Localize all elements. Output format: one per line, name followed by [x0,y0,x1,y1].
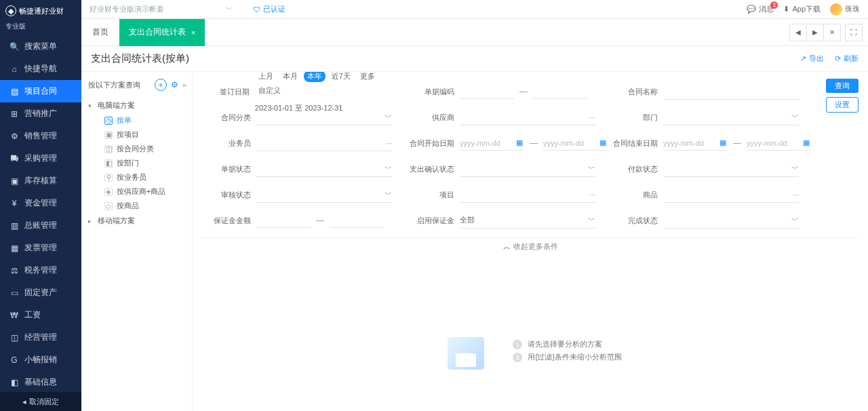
tab-prev-button[interactable]: ◀ [789,24,807,41]
invoice-icon: ▦ [9,243,19,253]
scheme-leaf-6[interactable]: ◇按商品 [88,199,192,213]
page-head: 支出合同统计表(按单) ↗ 导出 ⟳ 刷新 [81,46,868,72]
contract-name-input[interactable] [663,83,799,100]
sidebar-item-15[interactable]: ◧基础信息 [0,371,81,392]
bill-no-from[interactable] [460,84,514,99]
shield-icon: 🛡 [253,5,260,14]
scheme-settings-button[interactable]: ⚙ [171,80,178,90]
sidebar-item-2[interactable]: ▤项目合同 [0,80,81,102]
calendar-icon: ▦ [803,138,810,147]
bill-no-label: 单据编码 [406,87,460,97]
sidebar-item-1[interactable]: ⌂快捷导航 [0,58,81,80]
sidebar-item-11[interactable]: ▭固定资产 [0,281,81,304]
sidebar-item-8[interactable]: ▥总账管理 [0,214,81,237]
salesman-input[interactable]: ··· [256,135,392,151]
scheme-collapse-button[interactable]: « [182,81,186,89]
sidebar-item-7[interactable]: ¥资金管理 [0,192,81,214]
workspace-selector[interactable]: 好业财专业版演示帐套 [90,4,164,14]
ledger-icon: ▥ [9,221,19,231]
bill-no-to[interactable] [533,84,587,99]
calendar-icon: ▦ [599,138,606,147]
message-icon: 💬 [747,5,756,14]
sidebar-item-5[interactable]: ⛟采购管理 [0,147,81,170]
date-opt-2[interactable]: 本年 [304,72,326,82]
leaf-icon: ⚲ [104,174,113,182]
enable-deposit-label: 启用保证金 [406,216,460,226]
caret-right-icon: ▸ [88,218,94,224]
leaf-icon: ◫ [104,145,113,153]
deposit-from[interactable] [256,213,311,228]
brand-name: 畅捷通好业财 [19,6,64,16]
fullscreen-button[interactable]: ⛶ [845,24,863,41]
sidebar-item-4[interactable]: ⚙销售管理 [0,125,81,147]
deposit-to[interactable] [330,213,384,228]
scheme-add-button[interactable]: + [155,79,167,91]
sidebar-item-13[interactable]: ◫经营管理 [0,326,81,349]
leaf-icon: ◇ [104,202,113,210]
enable-deposit-input[interactable]: 全部﹀ [460,212,595,229]
sidebar-item-9[interactable]: ▦发票管理 [0,237,81,259]
audit-state-input[interactable]: ﹀ [256,187,392,203]
dept-input[interactable]: ﹀ [663,109,799,125]
yen-icon: ¥ [9,199,19,208]
supplier-input[interactable]: ··· [460,109,595,125]
date-opt-3[interactable]: 近7天 [328,72,354,82]
audit-state-label: 审核状态 [202,190,256,200]
tab-active[interactable]: 支出合同统计表 × [119,19,205,46]
date-opt-4[interactable]: 更多 [357,72,378,82]
scheme-leaf-1[interactable]: ▣按项目 [88,128,192,142]
step-1: 请先选择要分析的方案 [528,339,602,349]
doc-icon: ▤ [9,87,19,96]
sidebar-item-6[interactable]: ▣库存核算 [0,170,81,192]
tab-close-all-button[interactable]: ✕ [823,24,841,41]
start-date-from[interactable]: yyyy-mm-dd▦ [460,136,524,151]
deposit-label: 保证金金额 [202,216,256,226]
export-icon: ↗ [800,54,806,63]
scheme-leaf-0[interactable]: ◷按单 [88,113,192,128]
export-button[interactable]: ↗ 导出 [800,54,824,64]
brand-sub: 专业版 [0,22,81,35]
scheme-leaf-2[interactable]: ◫按合同分类 [88,142,192,156]
contract-cat-input[interactable]: ﹀ [256,109,392,125]
date-opt-5[interactable]: 自定义 [255,85,284,96]
project-input[interactable]: ··· [460,187,595,203]
scheme-leaf-4[interactable]: ⚲按业务员 [88,170,192,184]
messages-button[interactable]: 💬 消息 1 [747,4,774,14]
sidebar-item-0[interactable]: 🔍搜索菜单 [0,35,81,58]
end-date-to[interactable]: yyyy-mm-dd▦ [747,136,811,151]
date-opt-1[interactable]: 本月 [279,72,301,82]
salesman-label: 业务员 [202,138,256,149]
sidebar-item-12[interactable]: ₩工资 [0,304,81,326]
start-date-to[interactable]: yyyy-mm-dd▦ [543,136,608,151]
sidebar-footer-toggle[interactable]: ◂ 取消固定 [0,392,81,411]
close-icon[interactable]: × [191,28,195,37]
sign-date-label: 签订日期 [202,87,255,97]
tab-home[interactable]: 首页 [81,26,119,38]
settings-button[interactable]: 设置 [826,97,859,113]
topbar: 好业财专业版演示帐套 ﹀ 🛡 已认证 💬 消息 1 ⬇ App下载 珠珠 [81,0,868,19]
sidebar-item-14[interactable]: G小畅报销 [0,349,81,371]
date-opt-0[interactable]: 上月 [255,72,277,82]
scheme-leaf-5[interactable]: ◈按供应商+商品 [88,184,192,199]
cart-icon: ⚙ [9,132,19,141]
base-icon: ◧ [9,378,19,387]
scheme-group-mobile[interactable]: ▸ 移动端方案 [88,213,192,229]
sidebar-item-10[interactable]: ⚖税务管理 [0,259,81,281]
scheme-leaf-3[interactable]: ◧按部门 [88,156,192,170]
tab-next-button[interactable]: ▶ [806,24,824,41]
end-date-from[interactable]: yyyy-mm-dd▦ [663,136,728,151]
pay-state-input[interactable]: ﹀ [663,161,799,177]
download-button[interactable]: ⬇ App下载 [783,4,821,14]
refresh-button[interactable]: ⟳ 刷新 [835,54,859,64]
confirm-state-input[interactable]: ﹀ [460,161,595,177]
query-button[interactable]: 查询 [826,79,859,93]
bill-state-input[interactable]: ﹀ [256,161,392,177]
user-menu[interactable]: 珠珠 [830,3,860,16]
sidebar-item-3[interactable]: ⊞营销推广 [0,102,81,125]
finish-state-input[interactable]: ﹀ [663,212,799,229]
goods-input[interactable]: ··· [663,187,799,203]
scheme-group-pc[interactable]: ▾ 电脑端方案 [88,98,192,113]
chevron-down-icon[interactable]: ﹀ [225,4,233,14]
collapse-filters-button[interactable]: ︽ 收起更多条件 [202,237,859,255]
refresh-icon: ⟳ [835,54,841,63]
